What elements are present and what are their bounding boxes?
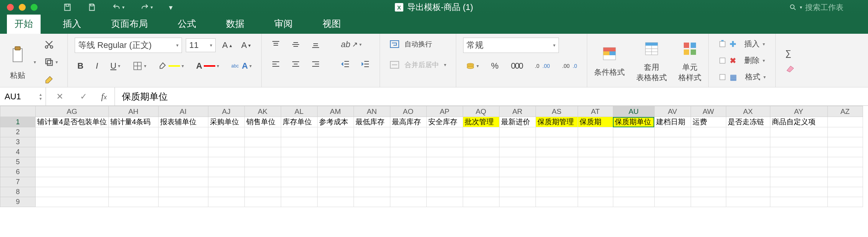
cell[interactable] — [208, 167, 244, 177]
col-header-AY[interactable]: AY — [770, 106, 827, 117]
cell[interactable] — [208, 147, 244, 157]
cell[interactable] — [827, 197, 863, 207]
cell[interactable]: 最低库存 — [354, 117, 390, 127]
align-right-button[interactable] — [308, 58, 323, 71]
cell[interactable] — [578, 157, 613, 167]
cell[interactable] — [726, 167, 770, 177]
cell[interactable] — [691, 157, 726, 167]
cell[interactable]: 安全库存 — [426, 117, 463, 127]
merge-center-button[interactable]: 合并后居中 ▾ — [387, 58, 449, 71]
cell[interactable] — [770, 127, 827, 137]
italic-button[interactable]: I — [93, 59, 101, 73]
number-format-select[interactable]: 常规▾ — [463, 38, 559, 53]
col-header-AV[interactable]: AV — [654, 106, 691, 117]
cell[interactable]: 批次管理 — [463, 117, 499, 127]
cell[interactable] — [827, 117, 863, 127]
cell[interactable] — [36, 137, 109, 147]
col-header-AK[interactable]: AK — [244, 106, 281, 117]
cell[interactable]: 辅计量4是否包装单位 — [36, 117, 109, 127]
close-window-button[interactable] — [7, 4, 14, 11]
tab-开始[interactable]: 开始 — [7, 14, 41, 34]
name-box[interactable]: AU1 ▲▼ — [0, 87, 46, 105]
col-header-AO[interactable]: AO — [390, 106, 426, 117]
align-center-button[interactable] — [288, 58, 303, 71]
cell[interactable] — [208, 137, 244, 147]
cell[interactable] — [354, 187, 390, 197]
cell[interactable] — [390, 177, 426, 187]
cell[interactable] — [463, 137, 499, 147]
cell[interactable] — [281, 127, 317, 137]
fill-color-button[interactable]: ▾ — [156, 60, 187, 72]
row-header-2[interactable]: 2 — [0, 127, 36, 137]
cell[interactable] — [158, 167, 208, 177]
cell[interactable] — [770, 147, 827, 157]
cell[interactable] — [317, 137, 354, 147]
row-header-8[interactable]: 8 — [0, 187, 36, 197]
cell[interactable] — [463, 187, 499, 197]
cell[interactable]: 保质期 — [578, 117, 613, 127]
cell[interactable] — [536, 147, 578, 157]
align-bottom-button[interactable] — [308, 38, 323, 51]
cell[interactable] — [36, 147, 109, 157]
increase-decimal-button[interactable]: .0.00 — [532, 60, 552, 72]
tab-审阅[interactable]: 审阅 — [267, 14, 300, 34]
cell[interactable] — [354, 147, 390, 157]
cell[interactable] — [463, 197, 499, 207]
cell[interactable] — [691, 187, 726, 197]
select-all-corner[interactable] — [0, 106, 36, 117]
cell[interactable] — [578, 177, 613, 187]
cell-styles-button[interactable] — [680, 39, 700, 58]
cell[interactable] — [463, 167, 499, 177]
align-top-button[interactable] — [269, 38, 283, 51]
cell[interactable] — [726, 177, 770, 187]
cell[interactable] — [536, 177, 578, 187]
cell[interactable] — [499, 127, 536, 137]
cell[interactable] — [613, 177, 654, 187]
col-header-AU[interactable]: AU — [613, 106, 654, 117]
cell[interactable]: 运费 — [691, 117, 726, 127]
cell[interactable] — [108, 157, 158, 167]
cell[interactable] — [578, 167, 613, 177]
cell[interactable] — [36, 177, 109, 187]
cell[interactable] — [691, 167, 726, 177]
row-header-6[interactable]: 6 — [0, 167, 36, 177]
cell[interactable] — [354, 157, 390, 167]
cell[interactable] — [317, 147, 354, 157]
cell[interactable] — [426, 197, 463, 207]
phonetic-button[interactable]: abcA▾ — [229, 59, 254, 73]
cell[interactable] — [208, 157, 244, 167]
cell[interactable] — [426, 147, 463, 157]
row-header-5[interactable]: 5 — [0, 157, 36, 167]
cell[interactable] — [578, 147, 613, 157]
enter-formula-button[interactable]: ✓ — [77, 90, 90, 104]
cell[interactable] — [499, 147, 536, 157]
cell[interactable] — [463, 147, 499, 157]
clear-button[interactable] — [783, 63, 798, 75]
cell[interactable] — [158, 127, 208, 137]
cell[interactable] — [36, 187, 109, 197]
redo-button[interactable]: ▾ — [138, 1, 156, 13]
tab-公式[interactable]: 公式 — [170, 14, 204, 34]
cell[interactable]: 最高库存 — [390, 117, 426, 127]
cell[interactable] — [158, 137, 208, 147]
tab-页面布局[interactable]: 页面布局 — [103, 14, 156, 34]
save-button[interactable] — [85, 1, 99, 13]
cell[interactable] — [827, 147, 863, 157]
cell[interactable] — [317, 187, 354, 197]
font-name-select[interactable]: 等线 Regular (正文)▾ — [75, 38, 182, 53]
insert-cells-button[interactable]: ✚ 插入▾ — [716, 37, 769, 51]
cell[interactable]: 建档日期 — [654, 117, 691, 127]
percent-format-button[interactable]: % — [488, 59, 501, 73]
format-as-table-button[interactable] — [641, 39, 662, 58]
col-header-AN[interactable]: AN — [354, 106, 390, 117]
col-header-AZ[interactable]: AZ — [827, 106, 863, 117]
cell[interactable] — [426, 137, 463, 147]
cell[interactable] — [691, 147, 726, 157]
col-header-AW[interactable]: AW — [691, 106, 726, 117]
col-header-AI[interactable]: AI — [158, 106, 208, 117]
col-header-AP[interactable]: AP — [426, 106, 463, 117]
orientation-button[interactable]: ab↗▾ — [338, 38, 364, 51]
cell[interactable] — [770, 187, 827, 197]
cell[interactable] — [654, 167, 691, 177]
cell[interactable] — [244, 127, 281, 137]
